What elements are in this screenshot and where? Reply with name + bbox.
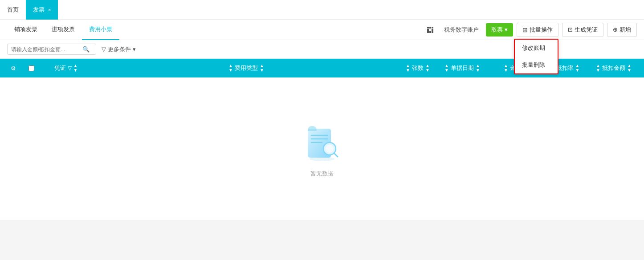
top-nav: 首页 发票 × bbox=[0, 0, 644, 20]
th-count[interactable]: ▲▼ 张数 ▲▼ bbox=[400, 64, 436, 73]
plus-icon: ⊕ bbox=[613, 26, 618, 33]
search-wrap: 🔍 bbox=[7, 44, 96, 55]
amount-sort-icon: ▲▼ bbox=[504, 64, 508, 73]
home-link[interactable]: 首页 bbox=[7, 6, 26, 14]
generate-voucher-icon: ⊡ bbox=[568, 26, 573, 33]
empty-text: 暂无数据 bbox=[310, 170, 334, 178]
svg-line-8 bbox=[334, 153, 338, 157]
date-sort-icon: ▲▼ bbox=[444, 64, 449, 73]
th-deduct-amount-label: 抵扣金额 bbox=[602, 64, 625, 72]
th-deduct-amount[interactable]: ▲▼ 抵扣金额 ▲▼ bbox=[587, 64, 640, 73]
invoice-tab[interactable]: 发票 × bbox=[26, 0, 58, 20]
take-ticket-button[interactable]: 取票 ▾ bbox=[486, 23, 513, 37]
th-count-label: 张数 bbox=[412, 64, 424, 72]
th-checkbox[interactable] bbox=[23, 65, 39, 71]
filter-icon: ▽ bbox=[102, 46, 106, 53]
sub-nav-tabs: 销项发票 进项发票 费用小票 bbox=[7, 20, 119, 40]
gear-icon: ⚙ bbox=[11, 65, 16, 72]
batch-op-dropdown: 修改账期 批量删除 bbox=[514, 39, 558, 74]
generate-voucher-label: 生成凭证 bbox=[575, 26, 598, 34]
th-date[interactable]: ▲▼ 单据日期 ▲▼ bbox=[436, 64, 489, 73]
batch-op-button[interactable]: ⊞ 批量操作 bbox=[517, 23, 558, 37]
qr-icon bbox=[427, 27, 433, 33]
th-expense-type-label: 费用类型 bbox=[235, 64, 258, 72]
batch-op-label: 批量操作 bbox=[530, 26, 553, 34]
th-settings[interactable]: ⚙ bbox=[4, 65, 23, 72]
voucher-sort-icon: ▲▼ bbox=[73, 64, 78, 73]
take-ticket-label: 取票 bbox=[491, 26, 503, 34]
empty-state-icon bbox=[300, 120, 344, 164]
qr-button[interactable] bbox=[424, 25, 437, 35]
more-conditions-button[interactable]: ▽ 更多条件 ▾ bbox=[102, 45, 136, 53]
svg-point-7 bbox=[326, 145, 334, 153]
select-all-checkbox[interactable] bbox=[29, 65, 34, 71]
chevron-down-icon: ▾ bbox=[133, 46, 136, 53]
th-voucher-label: 凭证 bbox=[54, 64, 66, 72]
search-input[interactable] bbox=[11, 46, 82, 53]
dropdown-item-modify-period[interactable]: 修改账期 bbox=[515, 40, 558, 57]
add-button[interactable]: ⊕ 新增 bbox=[607, 23, 637, 37]
tab-expense-receipt[interactable]: 费用小票 bbox=[82, 20, 119, 40]
sub-nav: 销项发票 进项发票 费用小票 税务数字账户 取票 ▾ ⊞ 批量操作 bbox=[0, 20, 644, 40]
tax-digital-button[interactable]: 税务数字账户 bbox=[440, 24, 482, 36]
search-icon[interactable]: 🔍 bbox=[82, 46, 90, 53]
generate-voucher-button[interactable]: ⊡ 生成凭证 bbox=[562, 23, 603, 37]
add-label: 新增 bbox=[620, 26, 631, 34]
empty-state: 暂无数据 bbox=[300, 102, 344, 195]
dropdown-item-batch-delete[interactable]: 批量删除 bbox=[515, 57, 558, 73]
voucher-filter-icon: ▽ bbox=[68, 65, 72, 71]
th-date-label: 单据日期 bbox=[451, 64, 474, 72]
batch-icon: ⊞ bbox=[522, 26, 528, 33]
expense-type-sort-icon: ▲▼ bbox=[228, 64, 233, 73]
th-voucher[interactable]: 凭证 ▽ ▲▼ bbox=[39, 64, 93, 73]
count-sort-icon: ▲▼ bbox=[406, 64, 410, 73]
batch-op-wrapper: ⊞ 批量操作 修改账期 批量删除 bbox=[517, 23, 558, 37]
close-icon[interactable]: × bbox=[48, 7, 51, 12]
tab-sales-invoice[interactable]: 销项发票 bbox=[7, 20, 45, 40]
invoice-tab-label: 发票 bbox=[33, 6, 45, 14]
table-body: 暂无数据 bbox=[0, 77, 644, 220]
deduct-amount-sort-icon: ▲▼ bbox=[596, 64, 600, 73]
more-conditions-label: 更多条件 bbox=[108, 45, 131, 53]
th-deduct-rate-label: 抵扣率 bbox=[556, 64, 574, 72]
tab-purchase-invoice[interactable]: 进项发票 bbox=[45, 20, 82, 40]
sub-nav-actions: 税务数字账户 取票 ▾ ⊞ 批量操作 修改账期 批量删除 ⊡ 生成凭证 ⊕ 新增 bbox=[424, 23, 637, 37]
chevron-down-icon: ▾ bbox=[505, 26, 508, 33]
th-expense-type[interactable]: ▲▼ 费用类型 ▲▼ bbox=[93, 64, 400, 73]
